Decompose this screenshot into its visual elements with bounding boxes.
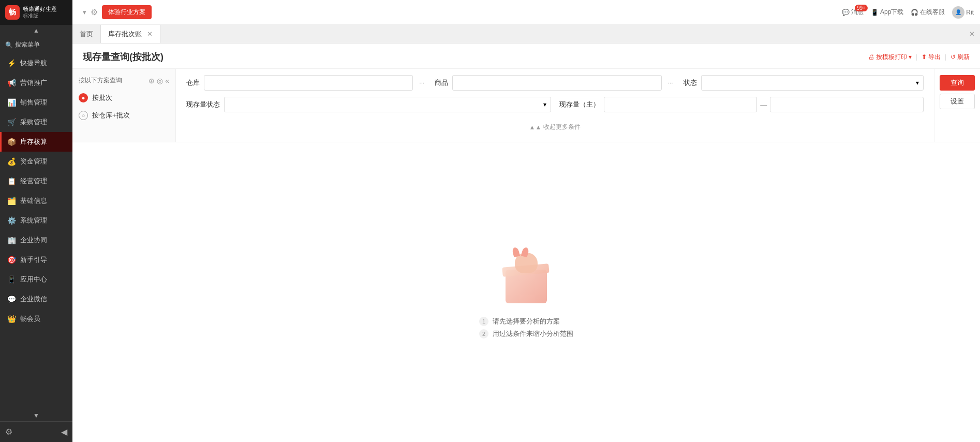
- sidebar-item-label: 营销推广: [20, 78, 47, 87]
- filter-row-2: 现存量状态 ▾ 现存量（主） —: [186, 97, 924, 112]
- refresh-button[interactable]: ↺ 刷新: [951, 53, 970, 62]
- topbar-dropdown-icon[interactable]: ▾: [83, 8, 86, 16]
- product-input[interactable]: [452, 75, 661, 91]
- user-profile-button[interactable]: 👤 Rit: [952, 6, 974, 19]
- main-area: ▾ ⚙ 体验行业方案 💬 消息 99+ 📱 App下载 🎧 在线客服 👤 Rit: [72, 0, 980, 442]
- vip-icon: 👑: [7, 314, 16, 323]
- user-name: Rit: [966, 9, 974, 16]
- filter-header-left: 按以下方案查询: [79, 76, 122, 85]
- sidebar-item-shortcut[interactable]: ⚡快捷导航: [0, 53, 72, 73]
- filter-right-btns: 查询 设置: [934, 69, 980, 142]
- product-more-btn[interactable]: ···: [666, 78, 675, 87]
- filter-sidebar-icons: ⊕ ◎ «: [149, 77, 169, 85]
- sidebar-item-label: 库存核算: [20, 137, 47, 146]
- sidebar-item-label: 经营管理: [20, 176, 47, 186]
- guide-icon: 🎯: [7, 255, 16, 264]
- trial-button[interactable]: 体验行业方案: [102, 5, 152, 19]
- messages-button[interactable]: 💬 消息 99+: [842, 8, 864, 17]
- app-info: 畅康通好生意 标准版: [23, 5, 57, 20]
- empty-illustration: [495, 246, 557, 308]
- quantity-group: 现存量（主） —: [559, 97, 924, 112]
- sidebar-item-basic[interactable]: 🗂️基础信息: [0, 191, 72, 211]
- sidebar-item-wechat[interactable]: 💬企业微信: [0, 289, 72, 309]
- topbar-left: ▾ ⚙ 体验行业方案: [79, 5, 838, 19]
- print-dropdown-icon[interactable]: ▾: [909, 53, 912, 61]
- topbar-right: 💬 消息 99+ 📱 App下载 🎧 在线客服 👤 Rit: [842, 6, 974, 19]
- sidebar-item-system[interactable]: ⚙️系统管理: [0, 211, 72, 230]
- quantity-max-input[interactable]: [770, 97, 924, 112]
- search-icon: 🔍: [5, 41, 13, 49]
- export-button[interactable]: ⬆ 导出: [922, 53, 941, 62]
- sidebar-search[interactable]: 🔍 搜索菜单: [0, 36, 72, 53]
- inventory-status-group: 现存量状态 ▾: [186, 97, 551, 112]
- collapse-btn[interactable]: ▲▲ 收起更多条件: [529, 123, 581, 131]
- manage-scheme-icon[interactable]: ◎: [157, 77, 163, 85]
- filter-scheme-warehouse-batch[interactable]: ○ 按仓库+批次: [72, 107, 175, 124]
- print-icon: 🖨: [868, 53, 874, 61]
- quantity-min-input[interactable]: [604, 97, 758, 112]
- app-download-button[interactable]: 📱 App下载: [871, 8, 903, 17]
- sidebar-scroll-up[interactable]: ▲: [0, 25, 72, 36]
- warehouse-label: 仓库: [186, 78, 200, 87]
- status-group: 状态 ▾: [684, 75, 924, 91]
- sidebar: 畅 畅康通好生意 标准版 ▲ 🔍 搜索菜单 ⚡快捷导航📢营销推广📊销售管理🛒采购…: [0, 0, 72, 442]
- sidebar-item-operations[interactable]: 📋经营管理: [0, 171, 72, 191]
- warehouse-group: 仓库 ···: [186, 75, 426, 91]
- sidebar-item-sales[interactable]: 📊销售管理: [0, 93, 72, 112]
- sidebar-item-appstore[interactable]: 📱应用中心: [0, 270, 72, 289]
- sidebar-item-guide[interactable]: 🎯新手引导: [0, 250, 72, 270]
- sidebar-item-marketing[interactable]: 📢营销推广: [0, 73, 72, 93]
- sidebar-item-enterprise[interactable]: 🏢企业协同: [0, 230, 72, 250]
- message-icon: 💬: [842, 9, 850, 16]
- collapse-sidebar-icon[interactable]: ◀: [61, 427, 67, 437]
- filter-sidebar-header: 按以下方案查询 ⊕ ◎ «: [72, 74, 175, 89]
- print-button[interactable]: 🖨 按模板打印 ▾: [868, 53, 912, 62]
- export-label: 导出: [928, 53, 941, 62]
- tab-close-icon[interactable]: ✕: [147, 30, 153, 38]
- filter-panel: 按以下方案查询 ⊕ ◎ « ● 按批次 ○ 按仓库+批次: [72, 69, 980, 142]
- settings-icon[interactable]: ⚙: [5, 427, 12, 437]
- step2-text: 用过滤条件来缩小分析范围: [493, 329, 573, 338]
- scheme-batch-label: 按批次: [92, 93, 112, 102]
- topbar-gear-icon[interactable]: ⚙: [91, 7, 98, 17]
- tab-panel-close[interactable]: ✕: [969, 25, 980, 43]
- tab-home-label: 首页: [80, 30, 93, 39]
- filter-row-1: 仓库 ··· 商品 ··· 状态: [186, 75, 924, 91]
- sidebar-footer: ⚙ ◀: [0, 421, 72, 442]
- collapse-filter-icon[interactable]: «: [165, 77, 169, 85]
- sidebar-item-inventory[interactable]: 📦库存核算: [0, 132, 72, 152]
- collapse-arrow-icon: ▲▲: [529, 124, 542, 131]
- messages-badge: 99+: [855, 5, 868, 11]
- sidebar-item-finance[interactable]: 💰资金管理: [0, 152, 72, 171]
- filter-scheme-batch[interactable]: ● 按批次: [72, 89, 175, 107]
- empty-step-1: 1 请先选择要分析的方案: [479, 317, 573, 326]
- status-select[interactable]: ▾: [701, 75, 924, 91]
- inventory-status-select[interactable]: ▾: [224, 97, 551, 112]
- query-button[interactable]: 查询: [940, 75, 975, 91]
- add-scheme-icon[interactable]: ⊕: [149, 77, 155, 85]
- shortcut-icon: ⚡: [7, 58, 16, 68]
- warehouse-input[interactable]: [204, 75, 413, 91]
- product-label: 商品: [435, 78, 448, 87]
- actions-divider2: |: [945, 53, 946, 61]
- sidebar-scroll-down[interactable]: ▼: [0, 410, 72, 421]
- empty-state: 1 请先选择要分析的方案 2 用过滤条件来缩小分析范围: [72, 142, 980, 442]
- page-title: 现存量查询(按批次): [83, 51, 164, 63]
- content-area: 现存量查询(按批次) 🖨 按模板打印 ▾ | ⬆ 导出 | ↺ 刷新: [72, 43, 980, 442]
- tab-batch-label: 库存批次账: [108, 30, 142, 39]
- tab-batch[interactable]: 库存批次账 ✕: [101, 25, 160, 43]
- collapse-label: 收起更多条件: [543, 123, 581, 131]
- sidebar-header: 畅 畅康通好生意 标准版: [0, 0, 72, 25]
- settings-button[interactable]: 设置: [940, 94, 975, 109]
- warehouse-more-btn[interactable]: ···: [417, 78, 426, 87]
- status-select-arrow: ▾: [916, 79, 919, 86]
- quantity-range: —: [604, 97, 924, 112]
- sidebar-item-vip[interactable]: 👑畅会员: [0, 309, 72, 329]
- refresh-label: 刷新: [957, 53, 970, 62]
- sidebar-item-purchase[interactable]: 🛒采购管理: [0, 112, 72, 132]
- tab-home[interactable]: 首页: [72, 25, 101, 43]
- app-download-label: App下载: [880, 8, 903, 17]
- scheme-active-dot: ●: [79, 93, 88, 102]
- online-service-button[interactable]: 🎧 在线客服: [911, 8, 945, 17]
- filter-sidebar: 按以下方案查询 ⊕ ◎ « ● 按批次 ○ 按仓库+批次: [72, 69, 176, 142]
